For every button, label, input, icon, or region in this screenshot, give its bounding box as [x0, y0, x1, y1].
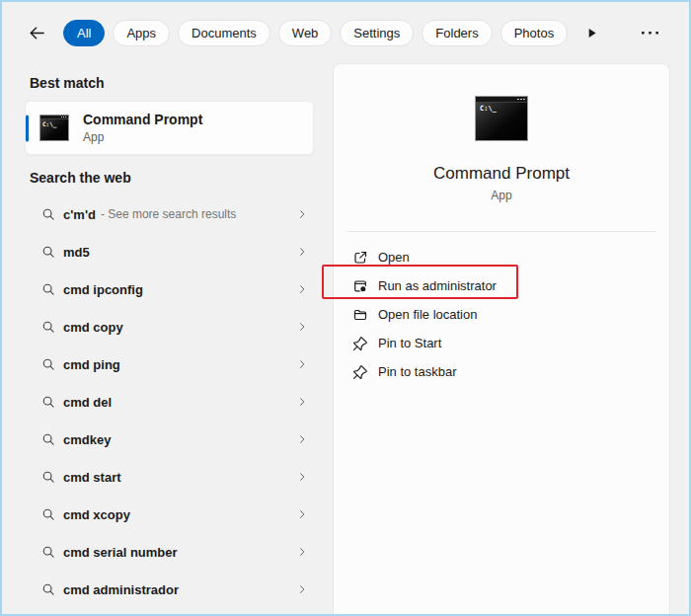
pin-start-icon [352, 336, 368, 351]
command-prompt-icon-large: C:\_ [475, 96, 528, 141]
command-prompt-icon: C:\_ [39, 115, 69, 141]
filter-tab-label: Web [292, 26, 319, 40]
search-icon [41, 320, 55, 334]
web-query-text: cmd ipconfig [63, 282, 143, 297]
web-query-text: cmd del [63, 395, 112, 410]
best-match-result[interactable]: C:\_ Command Prompt App [25, 101, 314, 155]
web-suggestion-row[interactable]: cmd start [25, 458, 316, 496]
web-suggestion-row[interactable]: cmd ipconfig [25, 270, 316, 308]
chevron-right-icon [296, 283, 308, 295]
web-suggestion-row[interactable]: cmd administrador [25, 571, 316, 608]
search-icon [41, 357, 55, 371]
search-icon [41, 395, 55, 409]
folder-icon [352, 307, 368, 323]
preview-app-title: Command Prompt [334, 163, 669, 185]
app-action-label: Open [378, 250, 410, 265]
best-match-title: Command Prompt [83, 111, 202, 128]
web-query-text: cmd copy [63, 320, 123, 335]
filter-tab-label: Apps [126, 26, 156, 40]
web-suggestion-row[interactable]: cmdkey [25, 421, 316, 458]
back-arrow-icon [28, 24, 46, 42]
app-action-label: Run as administrator [378, 278, 497, 293]
web-query-text: cmd ping [63, 357, 120, 372]
web-suggestion-row[interactable]: c'm'd - See more search results [25, 195, 316, 233]
filter-tab-label: All [77, 26, 91, 40]
chevron-right-icon [296, 508, 308, 520]
app-action-label: Pin to Start [378, 336, 441, 350]
filter-tab[interactable]: Settings [340, 20, 414, 46]
chevron-right-icon [296, 471, 308, 483]
preview-app-subtitle: App [334, 188, 669, 203]
windows-search-panel: All Apps Documents Web Settings Folders … [0, 0, 691, 616]
web-suggestion-row[interactable]: cmd del [25, 383, 316, 421]
chevron-right-icon [296, 546, 308, 558]
pin-taskbar-icon [352, 364, 368, 380]
app-action-label: Pin to taskbar [378, 364, 457, 379]
open-icon [352, 250, 368, 266]
filter-tab[interactable]: Apps [113, 20, 170, 46]
app-action-row[interactable]: Open file location [334, 300, 669, 329]
back-button[interactable] [22, 18, 51, 47]
filter-tab[interactable]: Documents [178, 20, 270, 46]
web-suggestion-row[interactable]: cmd xcopy [25, 496, 316, 533]
best-match-header: Best match [30, 75, 316, 93]
filter-tabs: All Apps Documents Web Settings Folders … [63, 20, 568, 46]
filter-tab-label: Photos [514, 26, 554, 40]
filter-tab[interactable]: All [63, 20, 105, 46]
options-button[interactable] [636, 18, 665, 47]
search-icon [41, 545, 55, 559]
search-filter-bar: All Apps Documents Web Settings Folders … [2, 2, 689, 63]
ellipsis-icon [642, 31, 659, 36]
web-query-text: c'm'd [63, 207, 96, 222]
app-action-label: Open file location [378, 307, 477, 322]
search-icon [41, 432, 55, 446]
search-icon [41, 245, 55, 259]
preview-divider [347, 231, 655, 232]
app-actions-list: Open Run as administrator Open file loca… [334, 243, 669, 386]
chevron-right-icon [296, 433, 308, 445]
search-icon [41, 507, 55, 521]
app-action-row[interactable]: Pin to taskbar [334, 357, 669, 386]
search-the-web-header: Search the web [30, 170, 316, 188]
web-query-text: cmd administrador [63, 582, 179, 597]
filter-tab[interactable]: Folders [422, 20, 492, 46]
search-icon [41, 282, 55, 296]
filter-tab-label: Documents [192, 26, 257, 40]
app-action-row[interactable]: Run as administrator [334, 271, 669, 300]
web-suggestions-list: c'm'd - See more search results [25, 195, 316, 608]
chevron-right-icon [296, 246, 308, 258]
chevron-right-icon [296, 321, 308, 333]
run-admin-icon [352, 278, 368, 294]
chevron-right-icon [296, 358, 308, 370]
search-icon [41, 470, 55, 484]
more-filters-button[interactable] [576, 18, 606, 47]
web-query-text: cmd xcopy [63, 507, 130, 522]
filter-tab-label: Settings [353, 26, 400, 40]
web-suggestion-row[interactable]: md5 [25, 233, 316, 270]
chevron-right-icon [296, 396, 308, 408]
web-query-text: cmd start [63, 470, 121, 485]
web-query-text: cmd serial number [63, 545, 178, 560]
filter-tab[interactable]: Web [278, 20, 333, 46]
chevron-right-icon [296, 583, 308, 595]
filter-tab[interactable]: Photos [500, 20, 568, 46]
web-suggestion-row[interactable]: cmd ping [25, 346, 316, 383]
app-action-row[interactable]: Open [334, 243, 669, 271]
search-results-column: Best match C:\_ Command Prompt App Searc… [25, 63, 316, 608]
app-action-row[interactable]: Pin to Start [334, 329, 669, 357]
result-preview-panel: C:\_ Command Prompt App Open Run as admi… [333, 63, 670, 616]
play-triangle-icon [585, 27, 598, 39]
best-match-subtitle: App [83, 129, 202, 145]
filter-tab-label: Folders [435, 26, 478, 40]
web-query-text: md5 [63, 245, 90, 260]
web-query-text: cmdkey [63, 432, 111, 447]
search-icon [41, 582, 55, 596]
search-icon [41, 207, 55, 221]
web-suggestion-row[interactable]: cmd copy [25, 308, 316, 346]
web-query-suffix: - See more search results [101, 207, 236, 221]
chevron-right-icon [296, 208, 308, 220]
selection-accent-bar [26, 115, 29, 141]
web-suggestion-row[interactable]: cmd serial number [25, 533, 316, 571]
